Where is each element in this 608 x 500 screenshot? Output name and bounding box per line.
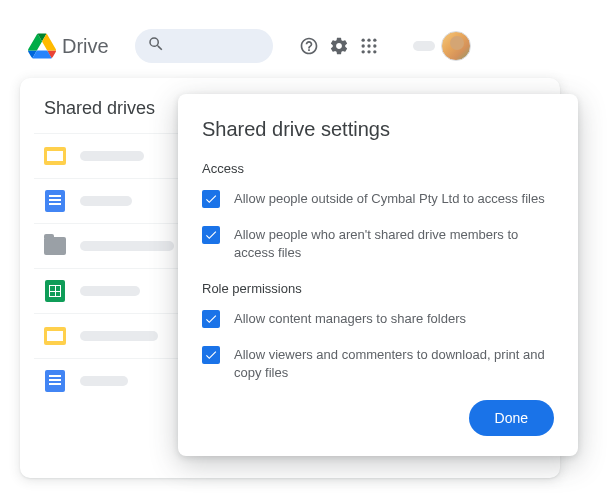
setting-option: Allow people outside of Cymbal Pty Ltd t… [202,190,554,208]
svg-point-6 [361,50,364,53]
svg-point-0 [361,39,364,42]
modal-title: Shared drive settings [202,118,554,141]
file-folder-icon [44,235,66,257]
svg-point-4 [367,44,370,47]
done-button[interactable]: Done [469,400,554,436]
option-text: Allow people who aren't shared drive mem… [234,226,554,262]
option-text: Allow people outside of Cymbal Pty Ltd t… [234,190,545,208]
file-green-icon [44,280,66,302]
svg-point-2 [373,39,376,42]
file-blue-icon [44,190,66,212]
svg-point-1 [367,39,370,42]
svg-point-5 [373,44,376,47]
drive-name-placeholder [80,331,158,341]
setting-option: Allow viewers and commenters to download… [202,346,554,382]
checkbox[interactable] [202,346,220,364]
file-yellow-icon [44,325,66,347]
setting-option: Allow content managers to share folders [202,310,554,328]
checkbox[interactable] [202,310,220,328]
settings-icon[interactable] [329,36,349,56]
svg-point-3 [361,44,364,47]
checkbox[interactable] [202,190,220,208]
svg-point-8 [373,50,376,53]
search-icon [147,35,165,58]
section-label: Access [202,161,554,176]
help-icon[interactable] [299,36,319,56]
option-text: Allow content managers to share folders [234,310,466,328]
drive-logo-icon [28,32,56,60]
setting-option: Allow people who aren't shared drive mem… [202,226,554,262]
svg-point-7 [367,50,370,53]
search-input[interactable] [135,29,273,63]
avatar [441,31,471,61]
drive-name-placeholder [80,151,144,161]
account-label-placeholder [413,41,435,51]
shared-drive-settings-modal: Shared drive settings AccessAllow people… [178,94,578,456]
drive-name-placeholder [80,241,174,251]
drive-name-placeholder [80,376,128,386]
app-name: Drive [62,35,109,58]
drive-name-placeholder [80,286,140,296]
account-chip[interactable] [403,28,475,64]
section-label: Role permissions [202,281,554,296]
option-text: Allow viewers and commenters to download… [234,346,554,382]
file-blue-icon [44,370,66,392]
apps-icon[interactable] [359,36,379,56]
drive-name-placeholder [80,196,132,206]
file-yellow-icon [44,145,66,167]
checkbox[interactable] [202,226,220,244]
drive-logo-group[interactable]: Drive [28,32,109,60]
